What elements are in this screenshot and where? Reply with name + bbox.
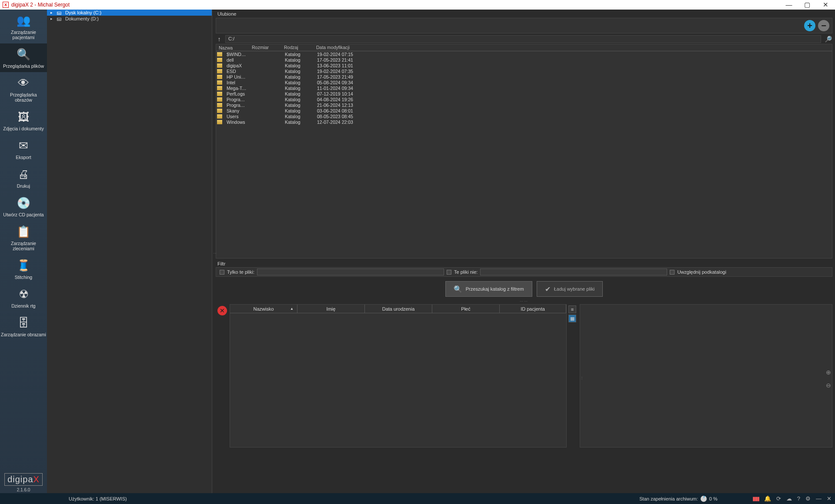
sidebar-icon: 🖼 <box>1 109 46 124</box>
file-kind: Katalog <box>282 103 314 108</box>
folder-icon <box>217 103 222 107</box>
only-these-input[interactable] <box>257 269 444 275</box>
folder-icon <box>217 109 222 113</box>
sidebar-label: Drukuj <box>1 183 46 189</box>
splitter-horizontal[interactable]: ⋯⋯ <box>216 299 832 303</box>
file-row[interactable]: SkanyKatalog03-06-2024 08:01 <box>216 108 832 113</box>
col-patient-id[interactable]: ID pacjenta <box>500 305 566 313</box>
status-alert-icon[interactable]: ▮▮▮ <box>752 495 759 502</box>
file-kind: Katalog <box>282 119 314 125</box>
preview-splitter[interactable]: ⋮ <box>580 376 583 380</box>
version-label: 2.1.6.0 <box>0 487 47 492</box>
sidebar-item-9[interactable]: ☢Dziennik rtg <box>0 283 47 312</box>
file-row[interactable]: $WINDOWS....Katalog19-02-2024 07:15 <box>216 51 832 57</box>
load-selected-button[interactable]: ✔ Ładuj wybrane pliki <box>537 281 603 297</box>
sidebar-item-3[interactable]: 🖼Zdjęcia i dokumenty <box>0 106 47 135</box>
file-row[interactable]: UsersKatalog08-05-2023 08:45 <box>216 113 832 119</box>
sidebar-item-0[interactable]: 👥Zarządzanie pacjentami <box>0 10 47 43</box>
minimize-button[interactable]: — <box>784 1 794 9</box>
col-sex[interactable]: Płeć <box>432 305 500 313</box>
zoom-out-button[interactable]: ⊖ <box>826 382 831 389</box>
status-refresh-icon[interactable]: ⟳ <box>776 495 781 502</box>
up-directory-button[interactable]: ↑ <box>216 36 223 43</box>
path-input[interactable]: C:/ <box>225 35 821 43</box>
sidebar-item-10[interactable]: 🗄Zarządzanie obrazami <box>0 312 47 341</box>
file-row[interactable]: WindowsKatalog12-07-2024 22:03 <box>216 119 832 125</box>
file-date: 07-12-2019 10:14 <box>314 91 380 96</box>
file-kind: Katalog <box>282 57 314 63</box>
status-settings-icon[interactable]: ⚙ <box>805 495 811 502</box>
file-row[interactable]: dellKatalog17-05-2023 21:41 <box>216 57 832 63</box>
file-name: digipaX <box>224 63 250 68</box>
file-name: dell <box>224 57 250 63</box>
status-help-icon[interactable]: ? <box>797 495 800 502</box>
browse-button[interactable]: 🔎 <box>824 36 832 43</box>
sidebar-item-4[interactable]: ✉Eksport <box>0 135 47 163</box>
sidebar-item-2[interactable]: 👁Przeglądarka obrazów <box>0 72 47 106</box>
file-date: 21-06-2024 12:13 <box>314 103 380 108</box>
col-date[interactable]: Data modyfikacji <box>314 44 379 51</box>
sidebar-item-8[interactable]: 🧵Stitching <box>0 255 47 283</box>
folder-icon <box>217 80 222 85</box>
include-sub-label: Uwzględnij podkatalogi <box>677 269 726 275</box>
maximize-button[interactable]: ▢ <box>802 1 812 9</box>
status-close-icon[interactable]: ✕ <box>827 495 832 502</box>
sidebar-item-7[interactable]: 📋Zarządzanie zleceniami <box>0 221 47 255</box>
file-row[interactable]: IntelKatalog05-08-2024 09:34 <box>216 80 832 85</box>
left-sidebar: 👥Zarządzanie pacjentami🔍Przeglądarka pli… <box>0 10 47 493</box>
view-grid-button[interactable]: ▦ <box>568 315 576 322</box>
file-row[interactable]: HP Universal...Katalog17-05-2023 21:49 <box>216 74 832 80</box>
status-cloud-icon[interactable]: ☁ <box>786 495 792 502</box>
file-date: 08-05-2023 08:45 <box>314 114 380 119</box>
expand-icon[interactable]: ▸ <box>50 10 54 15</box>
status-minimize-icon[interactable]: — <box>816 495 822 502</box>
clear-patients-button[interactable]: ✕ <box>217 306 227 315</box>
remove-favorite-button[interactable]: − <box>818 20 829 31</box>
col-firstname[interactable]: Imię <box>297 305 365 313</box>
col-surname[interactable]: Nazwisko▲ <box>230 305 297 313</box>
not-these-input[interactable] <box>480 269 667 275</box>
folder-icon <box>217 52 222 56</box>
sidebar-icon: 🗄 <box>1 315 46 330</box>
file-row[interactable]: digipaXKatalog13-06-2023 11:01 <box>216 63 832 68</box>
folder-icon <box>217 86 222 90</box>
file-row[interactable]: Program File...Katalog21-06-2024 12:13 <box>216 102 832 108</box>
file-row[interactable]: ESDKatalog19-02-2024 07:35 <box>216 68 832 74</box>
file-row[interactable]: PerfLogsKatalog07-12-2019 10:14 <box>216 91 832 96</box>
tree-item-1[interactable]: ▸🖴Dokumenty (D:) <box>47 16 212 22</box>
sidebar-label: Stitching <box>1 275 46 280</box>
only-these-checkbox[interactable] <box>220 270 224 275</box>
status-bell-icon[interactable]: 🔔 <box>764 495 771 502</box>
sidebar-icon: ☢ <box>1 287 46 302</box>
col-size[interactable]: Rozmiar <box>249 44 281 51</box>
file-name: Skany <box>224 108 250 113</box>
splitter-vertical[interactable]: ⋮ <box>212 10 216 493</box>
file-date: 12-07-2024 22:03 <box>314 119 380 125</box>
app-icon: X <box>3 2 9 8</box>
file-date: 17-05-2023 21:49 <box>314 74 380 80</box>
folder-icon <box>217 114 222 119</box>
sidebar-item-5[interactable]: 🖨Drukuj <box>0 163 47 192</box>
file-row[interactable]: Mega-TechKatalog11-01-2024 09:34 <box>216 85 832 91</box>
sidebar-item-6[interactable]: 💿Utwórz CD pacjenta <box>0 192 47 221</box>
tree-label: Dokumenty (D:) <box>65 16 99 21</box>
add-favorite-button[interactable]: + <box>804 20 815 31</box>
include-sub-checkbox[interactable] <box>670 270 675 275</box>
file-row[interactable]: Program FilesKatalog04-08-2024 19:26 <box>216 96 832 102</box>
sidebar-item-1[interactable]: 🔍Przeglądarka plików <box>0 43 47 72</box>
close-button[interactable]: ✕ <box>820 1 831 9</box>
col-name[interactable]: Nazwa <box>216 44 249 51</box>
col-kind[interactable]: Rodzaj <box>281 44 314 51</box>
folder-icon <box>217 75 222 79</box>
view-list-button[interactable]: ≡ <box>568 305 576 313</box>
folder-icon <box>217 120 222 124</box>
tree-item-0[interactable]: ▸🖴Dysk lokalny (C:) <box>47 10 212 16</box>
expand-icon[interactable]: ▸ <box>50 17 54 21</box>
sidebar-icon: 📋 <box>1 224 46 239</box>
scan-with-filter-button[interactable]: 🔍 Przeszukaj katalog z filtrem <box>445 281 532 297</box>
file-date: 17-05-2023 21:41 <box>314 57 380 63</box>
file-date: 05-08-2024 09:34 <box>314 80 380 85</box>
not-these-checkbox[interactable] <box>447 270 451 275</box>
col-birthdate[interactable]: Data urodzenia <box>365 305 432 313</box>
zoom-in-button[interactable]: ⊕ <box>826 369 831 376</box>
